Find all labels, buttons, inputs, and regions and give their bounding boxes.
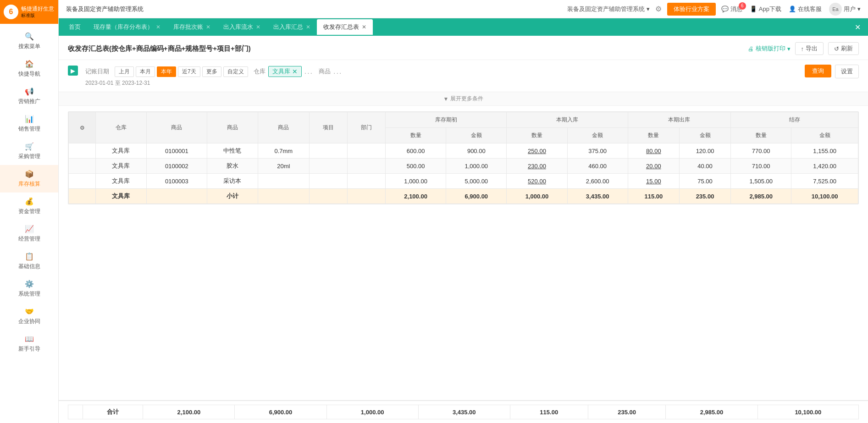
system-dropdown[interactable]: 装备及固定资产辅助管理系统 ▾ [567, 5, 650, 13]
row-in-qty[interactable]: 230.00 [507, 159, 567, 174]
row-out-qty[interactable]: 80.00 [628, 143, 679, 159]
footer-close-qty: 2,985.00 [666, 405, 757, 419]
refresh-icon: ↺ [834, 45, 839, 52]
row-project [309, 143, 347, 159]
tab-收发存汇总表[interactable]: 收发存汇总表 ✕ [317, 19, 373, 35]
warehouse-filter: 仓库 文具库 ✕ ... [254, 66, 313, 77]
in-qty-link[interactable]: 520.00 [528, 178, 546, 185]
sidebar-item-basic[interactable]: 📋 基础信息 [0, 247, 58, 275]
sidebar-item-search[interactable]: 🔍 搜索菜单 [0, 27, 58, 55]
tab-label: 出入库流水 [223, 23, 253, 31]
tab-close-icon[interactable]: ✕ [206, 24, 210, 30]
row-in-qty[interactable]: 520.00 [507, 174, 567, 189]
in-qty-link[interactable]: 230.00 [528, 163, 546, 170]
row-settings [69, 159, 96, 174]
query-btn[interactable]: 查询 [805, 65, 831, 77]
sidebar-logo: 6 畅捷通好生意 标准版 [0, 0, 58, 24]
row-code: 0100003 [146, 174, 207, 189]
sidebar-item-sales[interactable]: 📊 销售管理 [0, 110, 58, 137]
tab-close-icon[interactable]: ✕ [362, 24, 366, 30]
row-spec: 0.7mm [258, 143, 309, 159]
basic-icon: 📋 [25, 252, 34, 261]
th-out-qty: 数量 [628, 128, 679, 143]
tab-label: 库存批次账 [173, 23, 203, 31]
export-btn[interactable]: ↑ 导出 [795, 42, 824, 55]
tab-现存量库存分布表[interactable]: 现存量（库存分布表） ✕ [87, 19, 167, 35]
sidebar-item-purchase[interactable]: 🛒 采购管理 [0, 137, 58, 165]
row-name: 小计 [207, 189, 258, 204]
user-action[interactable]: Ea 用户 ▾ [829, 3, 861, 16]
th-project: 项目 [309, 112, 347, 143]
row-name: 胶水 [207, 159, 258, 174]
close-all-icon[interactable]: ✕ [851, 21, 864, 33]
date-btn-本年[interactable]: 本年 [157, 66, 176, 77]
refresh-label: 刷新 [841, 44, 853, 53]
row-out-qty[interactable]: 20.00 [628, 159, 679, 174]
tab-出入库汇总[interactable]: 出入库汇总 ✕ [267, 19, 317, 35]
row-in-amt: 3,435.00 [567, 189, 628, 204]
sidebar-item-label-basic: 基础信息 [18, 263, 40, 270]
date-btn-本月[interactable]: 本月 [136, 66, 155, 77]
out-qty-link[interactable]: 15.00 [646, 178, 661, 185]
date-range: 2023-01-01 至 2023-12-31 [85, 79, 859, 87]
tab-出入库流水[interactable]: 出入库流水 ✕ [217, 19, 267, 35]
warehouse-tag[interactable]: 文具库 ✕ [268, 66, 302, 77]
table-row: 文具库 0100001 中性笔 0.7mm 600.00 900.00 250.… [69, 143, 858, 159]
expand-more-btn[interactable]: ▼ 展开更多条件 [443, 95, 484, 103]
refresh-btn[interactable]: ↺ 刷新 [828, 42, 859, 55]
tab-库存批次账[interactable]: 库存批次账 ✕ [167, 19, 217, 35]
tab-label: 出入库汇总 [273, 23, 303, 31]
user-label: 用户 [844, 5, 856, 13]
sidebar-item-operation[interactable]: 📈 经营管理 [0, 220, 58, 247]
row-warehouse: 文具库 [96, 174, 147, 189]
sidebar-item-label-sales: 销售管理 [18, 125, 40, 133]
sidebar-item-system[interactable]: ⚙️ 系统管理 [0, 275, 58, 302]
row-code: 0100001 [146, 143, 207, 159]
row-in-qty[interactable]: 250.00 [507, 143, 567, 159]
row-code [146, 189, 207, 204]
print-btn[interactable]: 🖨 核销版打印 ▾ [748, 44, 791, 53]
date-btn-近7天[interactable]: 近7天 [178, 66, 200, 77]
online-service-action[interactable]: 👤 在线客服 [789, 5, 822, 13]
in-qty-link[interactable]: 250.00 [528, 148, 546, 154]
sidebar-item-guide[interactable]: 📖 新手引导 [0, 330, 58, 357]
row-dept [347, 189, 385, 204]
setting-btn[interactable]: 设置 [835, 65, 859, 78]
row-spec [258, 189, 309, 204]
date-btn-更多[interactable]: 更多 [202, 66, 221, 77]
tab-label: 收发存汇总表 [323, 23, 359, 31]
date-btn-上月[interactable]: 上月 [115, 66, 134, 77]
tabbar: 首页现存量（库存分布表） ✕库存批次账 ✕出入库流水 ✕出入库汇总 ✕收发存汇总… [59, 18, 868, 36]
sidebar-item-marketing[interactable]: 📢 营销推广 [0, 82, 58, 110]
tab-close-icon[interactable]: ✕ [156, 24, 160, 30]
out-qty-link[interactable]: 20.00 [646, 163, 661, 170]
tab-close-icon[interactable]: ✕ [306, 24, 310, 30]
row-out-amt: 75.00 [679, 174, 730, 189]
filter-toggle-btn[interactable]: ▶ [68, 66, 78, 76]
message-action[interactable]: 💬 消息 6 [721, 5, 742, 13]
tab-首页[interactable]: 首页 [62, 19, 87, 35]
settings-icon[interactable]: ⚙ [655, 5, 662, 13]
search-icon: 🔍 [25, 32, 34, 41]
sidebar-item-finance[interactable]: 💰 资金管理 [0, 192, 58, 220]
out-qty-link[interactable]: 80.00 [646, 148, 661, 154]
th-settings[interactable]: ⚙ [69, 112, 96, 143]
marketing-icon: 📢 [25, 87, 34, 96]
warehouse-tag-close[interactable]: ✕ [292, 68, 298, 75]
row-code: 0100002 [146, 159, 207, 174]
tab-close-icon[interactable]: ✕ [256, 24, 260, 30]
row-project [309, 159, 347, 174]
sidebar-item-inventory[interactable]: 📦 库存核算 [0, 165, 58, 192]
app-download-action[interactable]: 📱 App下载 [750, 5, 781, 13]
sidebar-item-collab[interactable]: 🤝 企业协同 [0, 302, 58, 330]
warehouse-ellipsis[interactable]: ... [304, 67, 313, 76]
sidebar-item-label-system: 系统管理 [18, 290, 40, 298]
row-in-amt: 460.00 [567, 159, 628, 174]
product-ellipsis[interactable]: ... [333, 67, 342, 76]
sidebar-item-quick-nav[interactable]: 🏠 快捷导航 [0, 55, 58, 82]
tab-label: 现存量（库存分布表） [94, 23, 153, 31]
date-btn-自定义[interactable]: 自定义 [223, 66, 248, 77]
row-out-qty[interactable]: 15.00 [628, 174, 679, 189]
row-warehouse: 文具库 [96, 189, 147, 204]
experience-btn[interactable]: 体验行业方案 [667, 3, 716, 16]
